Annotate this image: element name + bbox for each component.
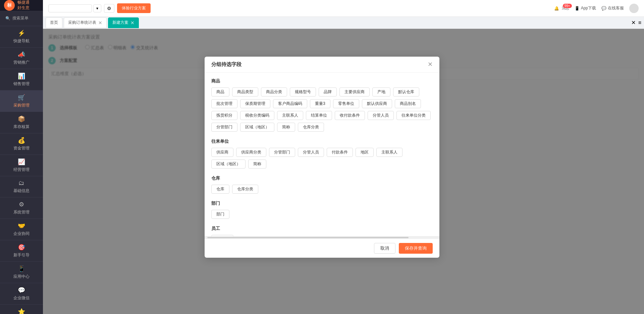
sidebar-item-label: 基础信息 — [13, 188, 30, 194]
sidebar: 标 畅捷通好生意 🔍 搜索菜单 ⚡快捷导航📣营销推广📊销售管理🛒采购管理📦库存核… — [0, 0, 43, 314]
app-download-item[interactable]: 📱 App下载 — [575, 5, 596, 11]
sidebar-item-finance[interactable]: 💰资金管理 — [0, 133, 43, 155]
field-tag[interactable]: 付款条件 — [327, 148, 353, 157]
sidebar-item-inventory[interactable]: 📦库存核算 — [0, 112, 43, 133]
field-tag[interactable]: 保质期管理 — [240, 99, 270, 108]
field-section-warehouse: 仓库仓库仓库分类 — [211, 175, 433, 194]
field-tag[interactable]: 批次管理 — [211, 99, 237, 108]
cancel-button[interactable]: 取消 — [374, 243, 395, 254]
sales-icon: 📊 — [18, 72, 25, 80]
notification-icon: 🔔 — [554, 6, 559, 11]
tab-purchase-stats[interactable]: 采购订单统计表✕ — [64, 17, 107, 28]
purchase-icon: 🛒 — [18, 94, 25, 101]
sidebar-item-label: 系统管理 — [13, 209, 30, 215]
tab-home[interactable]: 首页 — [46, 17, 62, 28]
field-tag[interactable]: 往来单位分类 — [396, 111, 431, 120]
tab-label: 采购订单统计表 — [68, 20, 96, 25]
field-tag[interactable]: 区域（地区） — [240, 123, 274, 132]
sidebar-search-button[interactable]: 🔍 搜索菜单 — [3, 13, 40, 23]
notification-item[interactable]: 🔔 99+ 消息 — [554, 6, 569, 11]
field-tag[interactable]: 拣货积分 — [211, 111, 237, 120]
field-tag[interactable]: 商品 — [211, 87, 229, 97]
sidebar-item-collab[interactable]: 🤝企业协同 — [0, 219, 43, 240]
online-service-item[interactable]: 💬 在线客服 — [601, 5, 624, 11]
download-icon: 📱 — [575, 6, 580, 11]
online-service-label: 在线客服 — [608, 5, 624, 11]
close-all-button[interactable]: ✕ — [631, 19, 636, 26]
service-icon: 💬 — [601, 6, 606, 11]
avatar[interactable] — [629, 4, 639, 13]
field-tag[interactable]: 区域（地区） — [211, 160, 246, 169]
topbar-right: 🔔 99+ 消息 📱 App下载 💬 在线客服 — [554, 4, 639, 13]
field-tag[interactable]: 结算单位 — [306, 111, 332, 120]
field-tag[interactable]: 默认供应商 — [362, 99, 392, 108]
sidebar-item-label: 经营管理 — [13, 167, 30, 173]
sidebar-item-operations[interactable]: 📈经营管理 — [0, 155, 43, 176]
sidebar-item-system[interactable]: ⚙系统管理 — [0, 197, 43, 219]
section-title-counterpart: 往来单位 — [211, 138, 433, 144]
field-tag[interactable]: 地区 — [356, 148, 374, 157]
field-tag[interactable]: 产地 — [372, 87, 390, 97]
field-tag[interactable]: 主联系人 — [376, 148, 402, 157]
tab-close-icon[interactable]: ✕ — [130, 20, 135, 25]
field-tag[interactable]: 主要供应商 — [339, 87, 370, 97]
sidebar-item-label: 应用中心 — [13, 274, 30, 279]
field-tag[interactable]: 分管部门 — [269, 148, 295, 157]
gear-icon: ⚙ — [107, 6, 111, 11]
sidebar-item-purchase[interactable]: 🛒采购管理 — [0, 90, 43, 112]
field-tag[interactable]: 仓库 — [211, 185, 229, 194]
sidebar-item-label: 企业协同 — [13, 231, 30, 237]
modal-body[interactable]: 商品商品商品类型商品分类规格型号品牌主要供应商产地默认仓库批次管理保质期管理客户… — [205, 73, 439, 237]
topbar-search-input[interactable] — [48, 4, 92, 12]
field-tag[interactable]: 供应商分类 — [236, 148, 266, 157]
sidebar-item-vip[interactable]: ⭐畅会员 — [0, 305, 43, 314]
field-tag[interactable]: 商品别名 — [395, 99, 421, 108]
operations-icon: 📈 — [18, 158, 25, 166]
field-tags-goods: 商品商品类型商品分类规格型号品牌主要供应商产地默认仓库批次管理保质期管理客户商品… — [211, 87, 433, 132]
section-title-warehouse: 仓库 — [211, 175, 433, 181]
sidebar-item-wechat[interactable]: 💬企业微信 — [0, 283, 43, 305]
field-tag[interactable]: 部门 — [211, 210, 229, 219]
field-tag[interactable]: 默认仓库 — [393, 87, 419, 97]
field-tag[interactable]: 税收分类编码 — [240, 111, 274, 120]
field-tag[interactable]: 商品分类 — [261, 87, 287, 97]
sidebar-item-quick-nav[interactable]: ⚡快捷导航 — [0, 26, 43, 48]
field-tag[interactable]: 仓库分类 — [232, 185, 258, 194]
apps-icon: 📱 — [18, 265, 25, 272]
tab-menu-button[interactable]: ≡ — [638, 20, 641, 26]
inventory-icon: 📦 — [18, 115, 25, 123]
field-tag[interactable]: 客户商品编码 — [273, 99, 307, 108]
field-tag[interactable]: 分管部门 — [211, 123, 237, 132]
topbar-search: ▾ — [48, 4, 101, 12]
sidebar-item-apps[interactable]: 📱应用中心 — [0, 262, 43, 283]
tab-close-icon[interactable]: ✕ — [98, 20, 102, 25]
sidebar-item-basic[interactable]: 🗂基础信息 — [0, 176, 43, 197]
field-tag[interactable]: 重量3 — [310, 99, 330, 108]
field-tag[interactable]: 分管人员 — [298, 148, 324, 157]
field-tag[interactable]: 分管人员 — [368, 111, 394, 120]
field-tag[interactable]: 商品类型 — [232, 87, 258, 97]
sidebar-search-area[interactable]: 🔍 搜索菜单 — [0, 11, 43, 26]
field-tag[interactable]: 简称 — [277, 123, 295, 132]
modal-close-button[interactable]: ✕ — [428, 61, 433, 67]
modal-title: 分组待选字段 — [211, 61, 241, 68]
field-tag[interactable]: 供应商 — [211, 148, 233, 157]
field-tag[interactable]: 主联系人 — [277, 111, 303, 120]
field-tag[interactable]: 仓库分类 — [298, 123, 324, 132]
modal-header: 分组待选字段 ✕ — [205, 57, 439, 73]
sidebar-item-guide[interactable]: 🎯新手引导 — [0, 240, 43, 262]
field-tags-department: 部门 — [211, 210, 433, 219]
tab-new-plan[interactable]: 新建方案✕ — [108, 17, 139, 28]
sidebar-item-marketing[interactable]: 📣营销推广 — [0, 48, 43, 69]
topbar-settings-button[interactable]: ⚙ — [104, 4, 114, 13]
sidebar-item-sales[interactable]: 📊销售管理 — [0, 69, 43, 90]
experience-button[interactable]: 体验行业方案 — [117, 3, 151, 13]
save-query-button[interactable]: 保存并查询 — [399, 243, 433, 254]
field-tag[interactable]: 收付款条件 — [335, 111, 365, 120]
field-tag[interactable]: 品牌 — [319, 87, 337, 97]
field-tag[interactable]: 零售单位 — [333, 99, 359, 108]
field-tag[interactable]: 简称 — [248, 160, 266, 169]
field-section-goods: 商品商品商品类型商品分类规格型号品牌主要供应商产地默认仓库批次管理保质期管理客户… — [211, 78, 433, 132]
topbar-dropdown-button[interactable]: ▾ — [93, 4, 101, 12]
field-tag[interactable]: 规格型号 — [290, 87, 316, 97]
